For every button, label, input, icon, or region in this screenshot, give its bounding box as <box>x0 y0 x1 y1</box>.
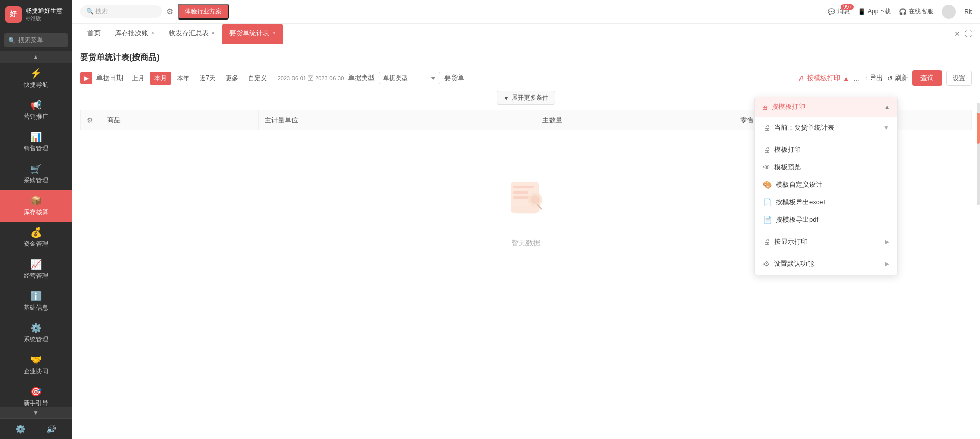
sidebar-search[interactable]: 🔍 搜索菜单 <box>4 33 68 47</box>
chevron-up-icon: ▲ <box>842 74 849 82</box>
sidebar-item-label: 采购管理 <box>24 176 48 185</box>
query-btn[interactable]: 查询 <box>912 70 942 86</box>
svg-rect-3 <box>513 191 528 194</box>
dropdown-export-pdf[interactable]: 📄 按模板导出pdf <box>755 211 897 228</box>
tabbar-close-icon[interactable]: ✕ <box>954 30 961 38</box>
tab-inventory-batch[interactable]: 库存批次账 × <box>108 24 162 44</box>
sidebar-item-label: 资金管理 <box>24 240 48 249</box>
date-tab-current-year[interactable]: 本年 <box>172 72 194 85</box>
topbar-gear-icon[interactable]: ⚙ <box>166 7 173 16</box>
user-avatar[interactable] <box>942 5 956 19</box>
date-tab-last7days[interactable]: 近7天 <box>195 72 220 85</box>
inventory-icon: 📦 <box>30 195 42 206</box>
display-print-icon: 🖨 <box>763 238 770 246</box>
filter-expand-btn[interactable]: ▶ <box>80 72 92 84</box>
expand-more-btn[interactable]: ▼ 展开更多条件 <box>497 91 555 105</box>
message-icon: 💬 <box>828 8 835 15</box>
tab-home-label: 首页 <box>87 29 101 38</box>
sidebar-item-finance[interactable]: 💰 资金管理 <box>0 222 72 254</box>
operation-icon: 📈 <box>30 259 42 270</box>
dropdown-display-print[interactable]: 🖨 按显示打印 ▶ <box>755 233 897 251</box>
sidebar-scroll-up[interactable]: ▲ <box>0 51 72 63</box>
sidebar-item-marketing[interactable]: 📢 营销推广 <box>0 94 72 126</box>
tab-order-stats-label: 要货单统计表 <box>229 29 269 38</box>
col-quantity: 主数量 <box>536 110 734 130</box>
tab-order-stats-close[interactable]: × <box>272 30 276 36</box>
topbar-search-box[interactable]: 🔍 搜索 <box>80 5 162 18</box>
col-unit: 主计量单位 <box>258 110 536 130</box>
sidebar: 好 畅捷通好生意 标准版 🔍 搜索菜单 ▲ ⚡ 快捷导航 📢 营销推广 📊 销售… <box>0 0 72 439</box>
refresh-icon: ↺ <box>887 74 893 82</box>
tab-order-stats[interactable]: 要货单统计表 × <box>222 24 283 44</box>
tab-home[interactable]: 首页 <box>80 24 108 44</box>
message-btn[interactable]: 💬 消息 99+ <box>828 7 850 16</box>
sidebar-bottom: ⚙️ 🔊 <box>0 418 72 439</box>
chevron-up-icon[interactable]: ▲ <box>884 103 890 111</box>
export-pdf-icon: 📄 <box>763 216 772 224</box>
tab-collection-close[interactable]: × <box>212 30 215 36</box>
svg-rect-2 <box>513 186 534 188</box>
dropdown-template-preview[interactable]: 👁 模板预览 <box>755 159 897 176</box>
sidebar-logo: 好 畅捷通好生意 标准版 <box>0 0 72 29</box>
settings-icon[interactable]: ⚙️ <box>15 424 26 434</box>
message-badge: 99+ <box>841 4 854 10</box>
sidebar-scroll-down[interactable]: ▼ <box>0 407 72 418</box>
sidebar-item-quick-nav[interactable]: ⚡ 快捷导航 <box>0 63 72 94</box>
dropdown-template-print[interactable]: 🖨 模板打印 <box>755 141 897 159</box>
page-inner: 要货单统计表(按商品) ▶ 单据日期 上月 本月 本年 近7天 <box>72 44 980 439</box>
tab-collection-summary[interactable]: 收发存汇总表 × <box>162 24 222 44</box>
sidebar-item-sales[interactable]: 📊 销售管理 <box>0 126 72 158</box>
template-design-icon: 🎨 <box>763 181 772 189</box>
system-icon: ⚙️ <box>30 322 42 334</box>
sidebar-item-label: 快捷导航 <box>24 81 48 89</box>
dropdown-template-design[interactable]: 🎨 模板自定义设计 <box>755 176 897 194</box>
date-tab-prev-month[interactable]: 上月 <box>127 72 149 85</box>
sidebar-item-guide[interactable]: 🎯 新手引导 <box>0 381 72 407</box>
tab-inventory-batch-close[interactable]: × <box>151 30 154 36</box>
enterprise-icon: 🤝 <box>30 354 42 366</box>
empty-icon <box>500 171 552 233</box>
basic-icon: ℹ️ <box>30 291 42 302</box>
date-tab-more[interactable]: 更多 <box>221 72 243 85</box>
dropdown-export-excel[interactable]: 📄 按模板导出excel <box>755 194 897 211</box>
sidebar-item-system[interactable]: ⚙️ 系统管理 <box>0 317 72 349</box>
sidebar-item-inventory[interactable]: 📦 库存核算 <box>0 190 72 222</box>
settings-btn[interactable]: 设置 <box>946 71 972 86</box>
export-btn[interactable]: ↑ 导出 <box>865 73 884 83</box>
sidebar-item-enterprise[interactable]: 🤝 企业协同 <box>0 349 72 381</box>
tabbar-expand-icon[interactable]: ⛶ <box>965 30 972 38</box>
order-type-label: 单据类型 <box>348 73 375 83</box>
username-label: Rit <box>964 8 972 15</box>
date-tab-current-month[interactable]: 本月 <box>150 72 171 85</box>
app-logo-text: 畅捷通好生意 标准版 <box>26 7 63 22</box>
main-content: 🔍 搜索 ⚙ 体验行业方案 💬 消息 99+ 📱 App下载 🎧 在线客服 Ri… <box>72 0 980 439</box>
template-print-btn[interactable]: 🖨 按模板打印 ▲ <box>798 73 849 83</box>
template-print-icon: 🖨 <box>763 146 770 154</box>
tab-collection-label: 收发存汇总表 <box>169 29 209 38</box>
date-tab-custom[interactable]: 自定义 <box>244 72 271 85</box>
dropdown-current-item[interactable]: 🖨 当前：要货单统计表 ▼ <box>755 119 897 137</box>
set-default-arrow: ▶ <box>885 260 889 268</box>
tabbar-right: ✕ ⛶ <box>954 30 972 38</box>
sidebar-item-label: 基础信息 <box>24 303 48 312</box>
refresh-btn[interactable]: ↺ 刷新 <box>887 73 908 83</box>
sidebar-item-purchase[interactable]: 🛒 采购管理 <box>0 158 72 190</box>
industry-btn[interactable]: 体验行业方案 <box>178 4 229 20</box>
printer-icon: 🖨 <box>798 74 805 82</box>
sidebar-item-operation[interactable]: 📈 经营管理 <box>0 254 72 285</box>
right-scrollbar[interactable] <box>977 103 980 205</box>
topbar-right: 💬 消息 99+ 📱 App下载 🎧 在线客服 Rit <box>828 5 972 19</box>
online-service-btn[interactable]: 🎧 在线客服 <box>899 7 933 16</box>
sidebar-item-label: 库存核算 <box>24 208 48 217</box>
print-icon: 🖨 <box>762 103 769 111</box>
sidebar-item-label: 销售管理 <box>24 144 48 153</box>
app-download-btn[interactable]: 📱 App下载 <box>858 7 891 16</box>
more-btn[interactable]: ... <box>853 73 860 83</box>
order-type-select[interactable]: 单据类型 <box>379 72 440 84</box>
sidebar-item-label: 新手引导 <box>24 399 48 407</box>
sidebar-item-basic[interactable]: ℹ️ 基础信息 <box>0 285 72 317</box>
dropdown-set-default[interactable]: ⚙ 设置默认功能 ▶ <box>755 255 897 273</box>
table-column-settings-icon[interactable]: ⚙ <box>87 116 93 124</box>
sound-icon[interactable]: 🔊 <box>46 424 56 434</box>
export-icon: ↑ <box>865 74 868 82</box>
